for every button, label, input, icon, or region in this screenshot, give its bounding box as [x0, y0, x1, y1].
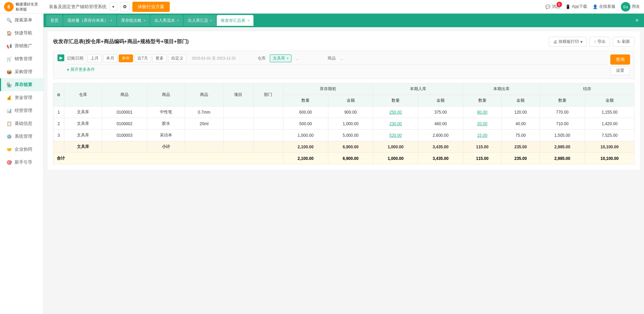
row-goods-name: 中性笔: [147, 106, 185, 118]
date-btn-custom[interactable]: 自定义: [168, 54, 186, 62]
tab-close-in-out-flow[interactable]: ×: [177, 19, 179, 22]
row-warehouse: 文具库: [64, 118, 102, 130]
gear-btn[interactable]: ⚙: [120, 2, 130, 12]
row-open-qty: 2,100.00: [283, 141, 328, 153]
settings-btn[interactable]: 设置: [610, 66, 630, 75]
date-btn-this-month[interactable]: 本月: [103, 54, 117, 62]
tab-close-in-out-summary[interactable]: ×: [210, 19, 212, 22]
date-btn-this-year[interactable]: 本年: [119, 54, 133, 62]
sidebar-item-purchase[interactable]: 📦 采购管理: [0, 65, 43, 78]
collapse-arrow[interactable]: ▶: [57, 54, 64, 61]
refresh-btn[interactable]: ↻ 刷新: [613, 37, 634, 47]
sidebar-item-operations[interactable]: 📊 经营管理: [0, 104, 43, 117]
expand-conditions-btn[interactable]: ▾ 展开更多条件: [67, 64, 608, 72]
tab-home[interactable]: 首页: [46, 15, 63, 26]
row-open-amt: 5,000.00: [328, 130, 373, 141]
warehouse-more-btn[interactable]: ...: [296, 56, 299, 61]
row-in-qty[interactable]: 520.00: [373, 130, 418, 141]
table-container: ⚙ 仓库 商品 商品 商品 项目 部门 库存期初 本期入库 本期出库: [53, 83, 634, 164]
online-service-btn[interactable]: 👤 在线客服: [593, 4, 615, 10]
print-btn[interactable]: 🖨 按模板打印 ▾: [549, 37, 587, 47]
system-name: 装备及固定资产辅助管理系统: [49, 4, 106, 10]
row-goods-spec: 0.7mm: [185, 106, 224, 118]
export-btn[interactable]: ↑ 导出: [590, 37, 610, 47]
sidebar-item-sales[interactable]: 🛒 销售管理: [0, 52, 43, 65]
chevron-down-icon: ▾: [580, 39, 582, 44]
sidebar-item-basic[interactable]: 📋 基础信息: [0, 117, 43, 130]
sidebar-item-marketing[interactable]: 📢 营销推广: [0, 39, 43, 52]
row-in-qty: 1,000.00: [373, 141, 418, 153]
footer-close-amt: 10,100.00: [585, 153, 634, 164]
sidebar-item-guide[interactable]: 🎯 新手引导: [0, 156, 43, 169]
filter-row-1: 记账日期 上月 本月 本年 近7天 更多 自定义: [67, 54, 608, 62]
print-icon: 🖨: [553, 39, 557, 44]
warehouse-tag: 文具库 ×: [270, 54, 292, 62]
query-btn[interactable]: 查询: [610, 54, 630, 65]
tab-in-out-flow[interactable]: 出入库流水 ×: [150, 15, 183, 26]
row-project: [223, 118, 253, 130]
date-btn-last-month[interactable]: 上月: [87, 54, 102, 62]
sidebar-item-enterprise[interactable]: 🤝 企业协同: [0, 143, 43, 156]
messages-btn[interactable]: 💬 消息 6: [545, 4, 560, 10]
date-btn-more[interactable]: 更多: [152, 54, 167, 62]
row-open-amt: 1,000.00: [328, 118, 373, 130]
system-dropdown-btn[interactable]: ▾: [109, 3, 117, 11]
user-area[interactable]: Ea 用友: [621, 2, 640, 12]
filter-area: ▶ 记账日期 上月 本月 本年 近7天 更多: [53, 51, 634, 79]
tab-close-batch-ledger[interactable]: ×: [144, 19, 146, 22]
tab-close-all-btn[interactable]: ×: [633, 17, 641, 23]
home-icon: 🏠: [6, 30, 12, 36]
date-range: 2023-01-01 至 2023-12-31: [192, 56, 236, 61]
sidebar-item-search[interactable]: 🔍 搜索菜单: [0, 14, 43, 27]
row-no: 2: [53, 118, 64, 130]
page-header: 收发存汇总表(按仓库+商品编码+商品+规格型号+项目+部门) 🖨 按模板打印 ▾…: [53, 37, 634, 47]
sidebar-item-finance[interactable]: 💰 资金管理: [0, 91, 43, 104]
row-in-amt: 2,600.00: [418, 130, 463, 141]
row-out-amt: 120.00: [501, 106, 540, 118]
table-settings-col[interactable]: ⚙: [53, 83, 64, 106]
row-project: [223, 106, 253, 118]
col-close-amt: 金额: [585, 95, 634, 106]
row-goods-name: 胶水: [147, 118, 185, 130]
row-out-qty[interactable]: 20.00: [463, 118, 501, 130]
tab-receipt-summary[interactable]: 收发存汇总表 ×: [217, 15, 253, 26]
col-goods-code: 商品: [102, 83, 147, 106]
row-warehouse: 文具库: [64, 130, 102, 141]
goods-more-btn[interactable]: ...: [340, 56, 343, 61]
query-section: 查询 设置: [610, 54, 630, 75]
sidebar-item-inventory[interactable]: 🏪 库存核算: [0, 78, 43, 91]
row-out-qty[interactable]: 15.00: [463, 130, 501, 141]
tab-in-out-summary[interactable]: 出入库汇总 ×: [184, 15, 216, 26]
row-in-qty[interactable]: 250.00: [373, 106, 418, 118]
date-btn-7days[interactable]: 近7天: [134, 54, 151, 62]
header-actions: 🖨 按模板打印 ▾ ↑ 导出 ↻ 刷新: [549, 37, 634, 47]
main-area: 🔍 搜索菜单 🏠 快捷导航 📢 营销推广 🛒 销售管理 📦 采购管: [0, 14, 644, 314]
operations-icon: 📊: [6, 108, 12, 113]
row-goods-spec: [185, 141, 224, 153]
row-close-amt: 7,525.00: [585, 130, 634, 141]
sales-icon: 🛒: [6, 56, 12, 62]
tab-stock-dist[interactable]: 现存量（库存分布表） ×: [63, 15, 116, 26]
col-out-qty: 数量: [463, 95, 501, 106]
row-out-qty[interactable]: 80.00: [463, 106, 501, 118]
app-download-btn[interactable]: 📱 App下载: [565, 4, 587, 10]
search-icon: 🔍: [6, 17, 12, 23]
col-goods-spec: 商品: [185, 83, 224, 106]
row-open-qty: 500.00: [283, 118, 328, 130]
tab-close-receipt-summary[interactable]: ×: [247, 19, 249, 22]
footer-out-qty: 115.00: [463, 153, 501, 164]
main-table: ⚙ 仓库 商品 商品 商品 项目 部门 库存期初 本期入库 本期出库: [53, 83, 634, 164]
row-out-qty: 115.00: [463, 141, 501, 153]
tab-close-stock-dist[interactable]: ×: [110, 19, 112, 22]
experience-btn[interactable]: 体验行业方案: [132, 2, 170, 12]
row-open-amt: 900.00: [328, 106, 373, 118]
sidebar-item-system[interactable]: ⚙️ 系统管理: [0, 130, 43, 143]
row-close-amt: 1,420.00: [585, 118, 634, 130]
warehouse-tag-close[interactable]: ×: [286, 56, 288, 60]
tab-batch-ledger[interactable]: 库存批次账 ×: [117, 15, 150, 26]
table-row: 文具库 小计 2,100.00 6,900.00 1,000.00 3,435.…: [53, 141, 634, 153]
sidebar-item-quick-nav[interactable]: 🏠 快捷导航: [0, 27, 43, 39]
row-out-amt: 235.00: [501, 141, 540, 153]
row-goods-name: 小计: [147, 141, 185, 153]
row-in-qty[interactable]: 230.00: [373, 118, 418, 130]
